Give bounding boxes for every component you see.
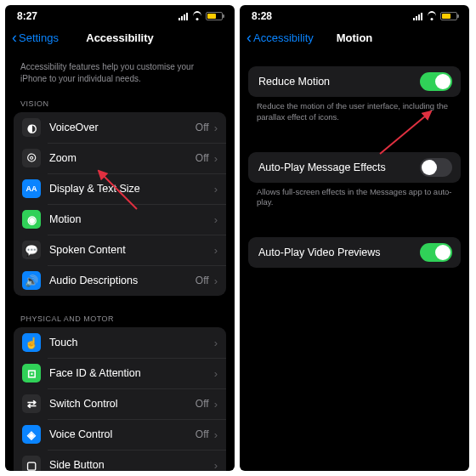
settings-group: ◐VoiceOverOff›⦾ZoomOff›AADisplay & Text …: [14, 112, 226, 296]
chevron-right-icon: ›: [214, 459, 218, 472]
row-label: Display & Text Size: [49, 183, 214, 195]
row-value: Off: [196, 428, 209, 440]
back-label: Settings: [19, 31, 59, 44]
row-label: Spoken Content: [49, 244, 214, 256]
side-icon: ▢: [22, 456, 41, 471]
settings-row-voice-ctrl[interactable]: ◈Voice ControlOff›: [14, 419, 226, 450]
toggle-description: Reduce the motion of the user interface,…: [248, 97, 461, 137]
nav-bar: ‹ Accessibility Motion: [240, 24, 469, 51]
row-label: Side Button: [49, 459, 214, 471]
row-label: Zoom: [49, 152, 196, 164]
phone-left: 8:27 ‹ Settings Accessibility Accessibil…: [5, 5, 235, 471]
motion-icon: ◉: [22, 210, 41, 229]
row-label: Switch Control: [49, 398, 196, 410]
row-value: Off: [196, 152, 209, 164]
settings-row-display[interactable]: AADisplay & Text Size›: [14, 173, 226, 204]
toggle-row: Auto-Play Message Effects: [248, 152, 461, 183]
row-label: Voice Control: [49, 428, 196, 440]
toggle-switch[interactable]: [420, 158, 452, 177]
back-button[interactable]: ‹ Settings: [12, 30, 59, 45]
back-button[interactable]: ‹ Accessibility: [246, 30, 314, 45]
chevron-right-icon: ›: [214, 183, 218, 196]
cellular-icon: [178, 13, 188, 20]
row-value: Off: [196, 275, 209, 286]
settings-group: ☝Touch›⊡Face ID & Attention›⇄Switch Cont…: [14, 327, 226, 471]
battery-icon: [206, 12, 223, 20]
settings-row-zoom[interactable]: ⦾ZoomOff›: [14, 143, 226, 173]
voiceover-icon: ◐: [22, 118, 41, 137]
voice-ctrl-icon: ◈: [22, 425, 41, 444]
settings-row-touch[interactable]: ☝Touch›: [14, 327, 226, 358]
toggle-switch[interactable]: [420, 72, 452, 91]
toggle-group: Auto-Play Video Previews: [248, 237, 461, 268]
cellular-icon: [413, 13, 422, 20]
chevron-left-icon: ‹: [12, 30, 17, 45]
intro-text: Accessibility features help you customis…: [14, 51, 226, 99]
row-label: Face ID & Attention: [49, 367, 214, 379]
page-title: Motion: [337, 31, 373, 44]
row-label: Audio Descriptions: [49, 275, 196, 286]
spoken-icon: 💬: [22, 241, 41, 259]
row-label: Motion: [49, 213, 214, 225]
chevron-right-icon: ›: [214, 275, 218, 287]
status-bar: 8:28: [240, 5, 469, 24]
row-label: VoiceOver: [49, 122, 196, 133]
settings-row-voiceover[interactable]: ◐VoiceOverOff›: [14, 112, 226, 143]
toggle-row: Auto-Play Video Previews: [248, 237, 461, 268]
wifi-icon: [191, 12, 202, 20]
status-bar: 8:27: [5, 5, 235, 24]
display-icon: AA: [22, 179, 41, 198]
faceid-icon: ⊡: [22, 364, 41, 382]
row-label: Touch: [49, 337, 214, 348]
chevron-right-icon: ›: [214, 428, 218, 441]
settings-row-spoken[interactable]: 💬Spoken Content›: [14, 235, 226, 265]
back-label: Accessibility: [253, 31, 314, 44]
phone-right: 8:28 ‹ Accessibility Motion Reduce Motio…: [240, 5, 469, 471]
settings-row-motion[interactable]: ◉Motion›: [14, 204, 226, 235]
toggle-row: Reduce Motion: [248, 66, 461, 97]
group-header: VISION: [14, 99, 226, 112]
nav-bar: ‹ Settings Accessibility: [5, 24, 235, 51]
battery-icon: [440, 12, 457, 20]
status-time: 8:28: [252, 10, 272, 22]
page-title: Accessibility: [86, 31, 154, 44]
settings-row-audio-desc[interactable]: 🔊Audio DescriptionsOff›: [14, 265, 226, 296]
chevron-right-icon: ›: [214, 367, 218, 380]
chevron-right-icon: ›: [214, 213, 218, 226]
settings-row-faceid[interactable]: ⊡Face ID & Attention›: [14, 358, 226, 388]
status-time: 8:27: [17, 10, 37, 22]
group-header: PHYSICAL AND MOTOR: [14, 314, 226, 327]
toggle-label: Auto-Play Video Previews: [258, 246, 420, 258]
audio-desc-icon: 🔊: [22, 271, 41, 290]
zoom-icon: ⦾: [22, 149, 41, 167]
settings-row-switch[interactable]: ⇄Switch ControlOff›: [14, 388, 226, 419]
chevron-right-icon: ›: [214, 152, 218, 165]
settings-row-side[interactable]: ▢Side Button›: [14, 450, 226, 471]
toggle-group: Reduce Motion: [248, 66, 461, 97]
toggle-group: Auto-Play Message Effects: [248, 152, 461, 183]
chevron-right-icon: ›: [214, 122, 218, 134]
switch-icon: ⇄: [22, 394, 41, 413]
row-value: Off: [196, 122, 209, 133]
toggle-description: Allows full-screen effects in the Messag…: [248, 183, 461, 223]
chevron-left-icon: ‹: [246, 30, 252, 45]
wifi-icon: [426, 12, 437, 20]
chevron-right-icon: ›: [214, 244, 218, 257]
toggle-switch[interactable]: [420, 243, 452, 262]
chevron-right-icon: ›: [214, 398, 218, 411]
touch-icon: ☝: [22, 333, 41, 352]
toggle-label: Auto-Play Message Effects: [258, 162, 420, 173]
toggle-label: Reduce Motion: [258, 76, 420, 88]
row-value: Off: [196, 398, 209, 410]
chevron-right-icon: ›: [214, 337, 218, 349]
